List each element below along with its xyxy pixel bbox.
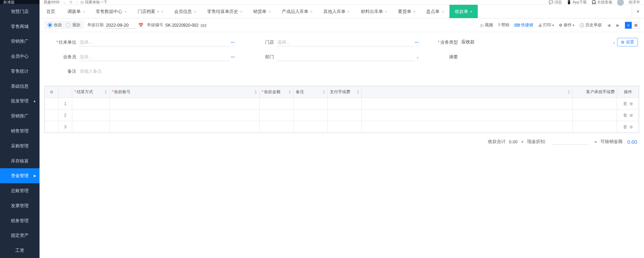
- dept-input[interactable]: [277, 53, 415, 61]
- sidebar-item-wholesale-sales[interactable]: 销售管理: [0, 124, 40, 139]
- sidebar-item-tax[interactable]: 税务管理: [0, 213, 40, 228]
- help-button[interactable]: ? 帮助: [498, 22, 509, 28]
- table-row[interactable]: 1 🗑⊕: [45, 98, 639, 110]
- close-icon[interactable]: ×: [269, 10, 271, 14]
- lookup-icon[interactable]: ⋯: [413, 40, 420, 45]
- biztype-value[interactable]: 应收款: [461, 38, 611, 47]
- sidebar-item-baseinfo[interactable]: 基础信息: [0, 79, 40, 94]
- operate-button[interactable]: ⚙ 操作 ▾: [559, 22, 574, 28]
- sidebar-item-retailstat[interactable]: 零售统计: [0, 64, 40, 79]
- close-icon[interactable]: ×: [240, 10, 242, 14]
- print-button[interactable]: 🖨 打印 ▾: [538, 22, 554, 28]
- sidebar-item-salary[interactable]: 工资: [0, 243, 40, 258]
- close-icon[interactable]: ×: [161, 10, 163, 14]
- sidebar-item-purchase[interactable]: 采购管理: [0, 139, 40, 154]
- view-list-icon[interactable]: ≡: [625, 22, 632, 29]
- barcode-icon[interactable]: ▮▮▮: [200, 23, 206, 28]
- close-icon[interactable]: ×: [124, 10, 126, 14]
- video-button[interactable]: ▷ 视频: [481, 22, 493, 28]
- app-download-link[interactable]: 📱 App下载: [567, 0, 587, 5]
- calendar-icon[interactable]: 📅: [138, 23, 143, 28]
- tab-retail-data[interactable]: 零售数据中心×: [90, 5, 132, 18]
- col-amount[interactable]: ▲▼*收款金额: [260, 86, 294, 98]
- tab-material-out[interactable]: 材料出库单×: [355, 5, 393, 18]
- tab-home[interactable]: 首页: [40, 5, 62, 18]
- sidebar-item-retailmall[interactable]: 零售商城: [0, 19, 40, 34]
- doc-date-input[interactable]: [106, 22, 136, 29]
- sort-icon[interactable]: ▲▼: [356, 90, 359, 95]
- col-settle-method[interactable]: ▲▼*结算方式: [72, 86, 110, 98]
- sidebar-item-marketing[interactable]: 营销推广: [0, 34, 40, 49]
- close-icon[interactable]: ×: [470, 10, 472, 14]
- close-icon[interactable]: ×: [348, 10, 350, 14]
- partner-input[interactable]: [79, 38, 229, 46]
- close-icon[interactable]: ×: [310, 10, 312, 14]
- tab-finished-in[interactable]: 产成品入库单×: [276, 5, 318, 18]
- settings-icon[interactable]: ⚙: [69, 0, 73, 4]
- close-icon[interactable]: ×: [83, 10, 85, 14]
- col-account[interactable]: ▲▼*收款账号: [110, 86, 260, 98]
- message-link[interactable]: 💬 消息: [549, 0, 562, 5]
- close-icon[interactable]: ×: [413, 10, 415, 14]
- sort-icon[interactable]: ▲▼: [288, 90, 291, 95]
- close-icon[interactable]: ×: [194, 10, 196, 14]
- shortcut-button[interactable]: ⌨ 快捷键: [514, 22, 533, 28]
- radio-refund[interactable]: 退款: [66, 22, 80, 28]
- table-settings-header[interactable]: ⚙: [45, 86, 59, 98]
- discount-input[interactable]: [551, 139, 589, 145]
- delete-row-icon[interactable]: 🗑: [622, 113, 628, 118]
- tab-inventory[interactable]: 盘点单×: [421, 5, 449, 18]
- sidebar-section-wholesale[interactable]: 批发管理 ▲: [0, 94, 40, 109]
- settings-button[interactable]: ⚙设置: [617, 38, 638, 46]
- sort-icon[interactable]: ▲▼: [254, 90, 257, 95]
- tab-transfer[interactable]: 调拨单×: [62, 5, 90, 18]
- store-input[interactable]: [277, 38, 413, 46]
- salesman-input[interactable]: [79, 53, 229, 61]
- sidebar-item-member[interactable]: 会员中心: [0, 49, 40, 64]
- tab-store-archive[interactable]: 门店档案▾×: [132, 5, 169, 18]
- close-icon[interactable]: ×: [442, 10, 444, 14]
- summary-input[interactable]: [461, 53, 638, 61]
- chevron-down-icon[interactable]: ⌄: [63, 0, 66, 4]
- table-row[interactable]: 2 🗑⊕: [45, 110, 639, 121]
- history-button[interactable]: 🕓 历史单据: [579, 22, 602, 28]
- sidebar-item-invoice[interactable]: 发票管理: [0, 198, 40, 213]
- sort-icon[interactable]: ▲▼: [104, 90, 107, 95]
- tabs-close-all[interactable]: ×: [632, 5, 644, 18]
- view-grid-icon[interactable]: ▦: [632, 22, 639, 29]
- col-remark[interactable]: ▲▼备注: [294, 86, 328, 98]
- lookup-icon[interactable]: ⋯: [229, 40, 236, 45]
- delete-row-icon[interactable]: 🗑: [622, 101, 628, 106]
- tab-sales-order[interactable]: 销货单×: [248, 5, 276, 18]
- next-doc-button[interactable]: ▶: [616, 23, 620, 28]
- tab-receipt[interactable]: 收款单×: [449, 5, 478, 18]
- lookup-icon[interactable]: ⋯: [229, 55, 236, 59]
- chevron-down-icon[interactable]: ⌄: [415, 55, 420, 59]
- col-pay-fee[interactable]: ▲▼支付手续费: [328, 86, 362, 98]
- add-row-icon[interactable]: ⊕: [628, 101, 634, 106]
- online-service-link[interactable]: 🎧 在线客服: [592, 0, 612, 5]
- tab-other-in[interactable]: 其他入库单×: [318, 5, 355, 18]
- add-row-icon[interactable]: ⊕: [628, 113, 634, 118]
- tab-retail-settle-history[interactable]: 零售结算单历史×: [202, 5, 248, 18]
- delete-row-icon[interactable]: 🗑: [622, 124, 628, 129]
- col-cust-fee[interactable]: 客户承担手续费: [573, 86, 617, 98]
- tab-member-info[interactable]: 会员信息×: [169, 5, 201, 18]
- sidebar-item-stock[interactable]: 库存核算: [0, 154, 40, 169]
- prev-doc-button[interactable]: ◀: [607, 23, 611, 28]
- sort-icon[interactable]: ▲▼: [567, 90, 570, 95]
- table-row[interactable]: 3 🗑⊕: [45, 121, 639, 133]
- sidebar-item-ledger[interactable]: 总账管理: [0, 183, 40, 198]
- remark-input[interactable]: [79, 67, 638, 75]
- sidebar-item-smartstore[interactable]: 智慧门店: [0, 4, 40, 19]
- experience-link[interactable]: ◷ 我要体验一下: [80, 0, 107, 5]
- chevron-down-icon[interactable]: ▾: [157, 10, 159, 13]
- sidebar-item-fund[interactable]: 资金管理 ▶: [0, 168, 40, 183]
- sort-icon[interactable]: ▲▼: [322, 90, 325, 95]
- add-row-icon[interactable]: ⊕: [628, 124, 634, 129]
- tab-request[interactable]: 要货单×: [393, 5, 421, 18]
- radio-receive[interactable]: 收款: [48, 22, 62, 28]
- close-icon[interactable]: ×: [385, 10, 387, 14]
- chevron-down-icon[interactable]: ⌄: [611, 40, 617, 44]
- sidebar-item-asset[interactable]: 固定资产: [0, 228, 40, 243]
